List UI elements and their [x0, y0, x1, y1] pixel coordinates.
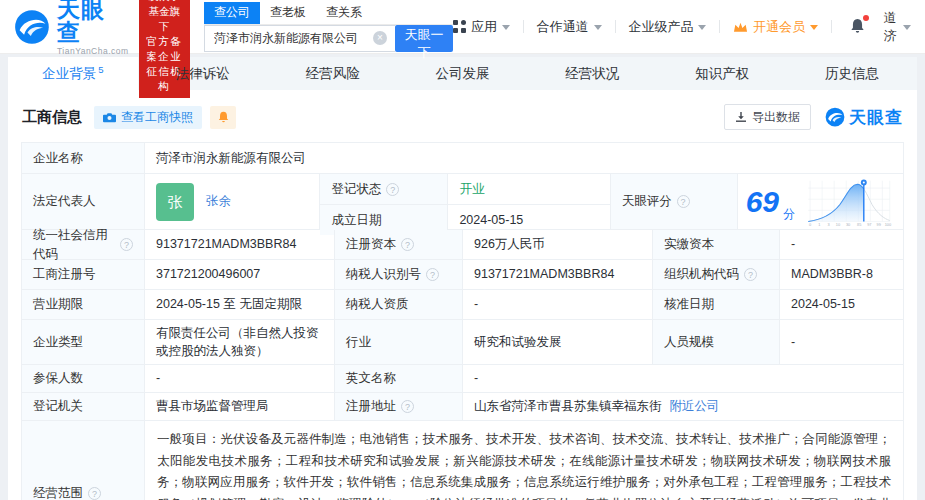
search-tab-boss[interactable]: 查老板 [260, 2, 316, 24]
company-type-value: 有限责任公司（非自然人投资或控股的法人独资） [145, 320, 335, 364]
field-label-industry: 行业 [335, 320, 463, 364]
notifications-button[interactable] [849, 18, 866, 35]
nav-membership-label: 开通会员 [753, 18, 805, 36]
notification-dot [863, 15, 869, 21]
field-label-english-name: 英文名称 [335, 365, 463, 392]
export-button-label: 导出数据 [752, 109, 800, 126]
help-icon[interactable] [120, 238, 133, 251]
tab-count-badge: 5 [98, 64, 103, 75]
field-label-insured-count: 参保人数 [22, 365, 145, 392]
brand-name: 天眼查 [57, 0, 129, 44]
field-label-taxpayer-qualification: 纳税人资质 [335, 290, 463, 319]
orange-bell-icon [217, 111, 230, 124]
search-type-tabs: 查公司 查老板 查关系 [204, 2, 453, 25]
search-input[interactable] [204, 25, 395, 52]
help-icon[interactable] [677, 195, 690, 208]
svg-text:100: 100 [885, 222, 891, 227]
legal-rep-cell: 张 张余 [145, 174, 320, 229]
search-tab-relation[interactable]: 查关系 [316, 2, 372, 24]
org-code-value: MADM3BBR-8 [780, 260, 903, 289]
divider [523, 20, 524, 33]
tab-intellectual-property[interactable]: 知识产权 [657, 57, 787, 90]
tab-history-info[interactable]: 历史信息 [787, 57, 917, 90]
chevron-down-icon [903, 25, 911, 30]
tab-label: 经营状况 [565, 65, 619, 83]
search-tab-company[interactable]: 查公司 [204, 2, 260, 24]
taxpayer-qualification-value: - [463, 290, 653, 319]
help-icon[interactable] [88, 487, 101, 500]
legal-rep-name-link[interactable]: 张余 [206, 192, 231, 210]
field-label-credit-code: 统一社会信用代码 [22, 230, 145, 259]
top-header: 天眼查 TianYanCha.com 国家中小企业发展子基金旗下 官方备案企业征… [0, 0, 925, 54]
paid-capital-value: - [780, 230, 903, 259]
tianyancha-logo[interactable]: 天眼查 TianYanCha.com [14, 0, 129, 55]
score-distribution-chart: 0 1 3 10 30 85 97 99 100 [803, 177, 895, 227]
export-data-button[interactable]: 导出数据 [724, 104, 811, 130]
help-icon[interactable] [744, 268, 757, 281]
company-section-tabs: 企业背景 5 法律诉讼 经营风险 公司发展 经营状况 知识产权 历史信息 [8, 57, 917, 90]
tab-label: 企业背景 [42, 65, 96, 83]
search-area: 查公司 查老板 查关系 天眼一下 [204, 2, 453, 52]
nav-enterprise-label: 企业级产品 [628, 18, 693, 36]
tab-operational-risk[interactable]: 经营风险 [268, 57, 398, 90]
business-term-value: 2024-05-15 至 无固定期限 [145, 290, 335, 319]
view-snapshot-button[interactable]: 查看工商快照 [94, 106, 202, 129]
download-icon [735, 111, 747, 123]
tianyancha-logo-icon [14, 9, 50, 45]
svg-text:97: 97 [867, 222, 871, 227]
insured-count-value: - [145, 365, 335, 392]
nav-apps[interactable]: 应用 [453, 18, 510, 36]
english-name-value: - [463, 365, 903, 392]
registered-address-value: 山东省菏泽市曹县苏集镇幸福东街 [474, 397, 662, 415]
svg-text:0: 0 [809, 222, 811, 227]
user-menu[interactable]: 道济 [884, 9, 911, 45]
business-scope-text: 一般项目：光伏设备及元器件制造；电池销售；技术服务、技术开发、技术咨询、技术交流… [157, 429, 891, 500]
badge-line1: 国家中小企业发展子基金旗下 [146, 0, 183, 34]
field-label-taxpayer-id: 纳税人识别号 [335, 260, 463, 289]
divider [831, 20, 832, 33]
section-title: 工商信息 [22, 108, 82, 127]
chevron-down-icon [810, 25, 818, 30]
company-name-value: 菏泽市润永新能源有限公司 [145, 143, 903, 173]
field-label-registration-authority: 登记机关 [22, 393, 145, 420]
grid-icon [453, 20, 466, 33]
tab-legal-litigation[interactable]: 法律诉讼 [138, 57, 268, 90]
registration-authority-value: 曹县市场监督管理局 [145, 393, 335, 420]
svg-text:10: 10 [836, 222, 840, 227]
field-label-registration-number: 工商注册号 [22, 260, 145, 289]
search-button[interactable]: 天眼一下 [395, 25, 453, 52]
score-unit: 分 [783, 206, 795, 226]
field-label-registered-capital: 注册资本 [335, 230, 463, 259]
monitor-alert-button[interactable] [210, 106, 236, 129]
field-label-reg-status: 登记状态 [320, 174, 448, 204]
nearby-companies-link[interactable]: 附近公司 [670, 397, 720, 415]
tab-operating-status[interactable]: 经营状况 [527, 57, 657, 90]
help-icon[interactable] [401, 238, 414, 251]
tab-company-background[interactable]: 企业背景 5 [8, 57, 138, 90]
business-scope-cell: 一般项目：光伏设备及元器件制造；电池销售；技术服务、技术开发、技术咨询、技术交流… [145, 421, 903, 500]
registered-address-cell: 山东省菏泽市曹县苏集镇幸福东街 附近公司 [463, 393, 903, 420]
field-label-approval-date: 核准日期 [653, 290, 780, 319]
bell-icon [849, 18, 866, 35]
svg-text:30: 30 [846, 222, 850, 227]
nav-enterprise-products[interactable]: 企业级产品 [628, 18, 706, 36]
watermark-text: 天眼查 [849, 106, 903, 129]
tab-company-development[interactable]: 公司发展 [398, 57, 528, 90]
tab-label: 法律诉讼 [176, 65, 230, 83]
registered-capital-value: 926万人民币 [463, 230, 653, 259]
nav-cooperation[interactable]: 合作通道 [537, 18, 602, 36]
nav-open-membership[interactable]: 开通会员 [733, 18, 818, 36]
snapshot-button-label: 查看工商快照 [121, 109, 193, 126]
business-info-table: 企业名称 菏泽市润永新能源有限公司 法定代表人 张 张余 登记状态 开业 成立日… [21, 142, 904, 500]
svg-text:85: 85 [857, 222, 861, 227]
help-icon[interactable] [426, 268, 439, 281]
legal-rep-avatar[interactable]: 张 [156, 183, 194, 221]
clear-search-icon[interactable] [373, 31, 387, 45]
tab-label: 经营风险 [306, 65, 360, 83]
help-icon[interactable] [386, 183, 399, 196]
score-cell: 69 分 [738, 174, 903, 229]
field-label-staff-size: 人员规模 [653, 320, 780, 364]
help-icon[interactable] [401, 400, 414, 413]
field-label-legal-rep: 法定代表人 [22, 174, 145, 229]
industry-value: 研究和试验发展 [463, 320, 653, 364]
